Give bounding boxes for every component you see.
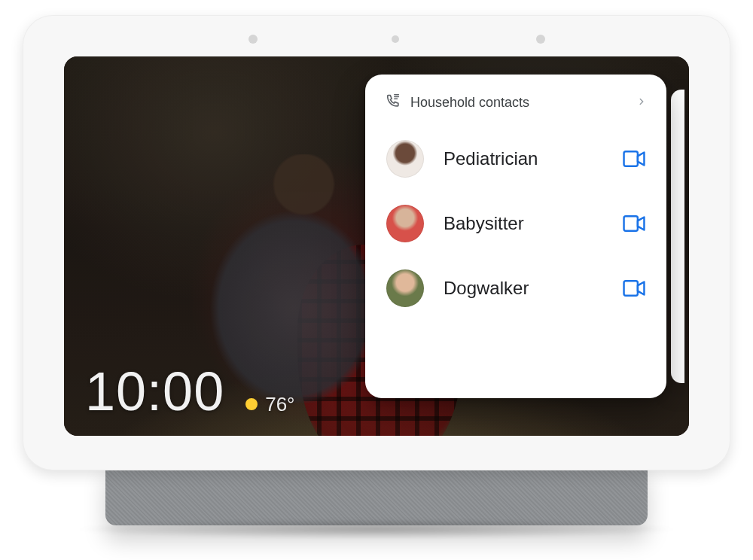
contact-row[interactable]: Pediatrician	[382, 126, 650, 191]
contact-row[interactable]: Babysitter	[382, 191, 650, 256]
household-contacts-card[interactable]: Household contacts Pediatrician Babysitt…	[365, 75, 666, 398]
avatar	[386, 205, 424, 242]
chevron-right-icon[interactable]	[636, 95, 647, 111]
video-call-icon[interactable]	[623, 280, 645, 297]
svg-rect-0	[624, 151, 638, 166]
avatar	[386, 140, 424, 178]
contact-name: Dogwalker	[444, 278, 603, 299]
svg-rect-2	[624, 216, 638, 231]
next-card-peek[interactable]	[671, 90, 684, 383]
sensor-dot	[248, 35, 258, 44]
weather-widget[interactable]: 76°	[245, 393, 294, 416]
ambient-bar: 10:00 76°	[85, 361, 295, 422]
video-call-icon[interactable]	[623, 215, 645, 232]
svg-marker-3	[638, 217, 645, 230]
stage: 10:00 76° Household contacts	[0, 0, 753, 560]
device-frame: 10:00 76° Household contacts	[23, 15, 730, 470]
clock-time: 10:00	[85, 361, 224, 422]
temperature-value: 76°	[265, 393, 294, 416]
svg-marker-1	[638, 152, 645, 165]
contact-name: Pediatrician	[444, 148, 603, 169]
svg-rect-4	[624, 281, 638, 296]
avatar	[386, 269, 424, 307]
sensor-dot	[392, 35, 399, 43]
card-title: Household contacts	[410, 95, 627, 111]
phone-contacts-icon	[385, 93, 401, 113]
contact-name: Babysitter	[444, 213, 603, 234]
screen[interactable]: 10:00 76° Household contacts	[64, 56, 689, 436]
sunny-icon	[245, 398, 258, 410]
svg-marker-5	[638, 282, 645, 294]
sensor-dot	[536, 35, 545, 44]
contact-row[interactable]: Dogwalker	[382, 256, 650, 321]
video-call-icon[interactable]	[623, 151, 645, 167]
card-header[interactable]: Household contacts	[382, 90, 650, 126]
